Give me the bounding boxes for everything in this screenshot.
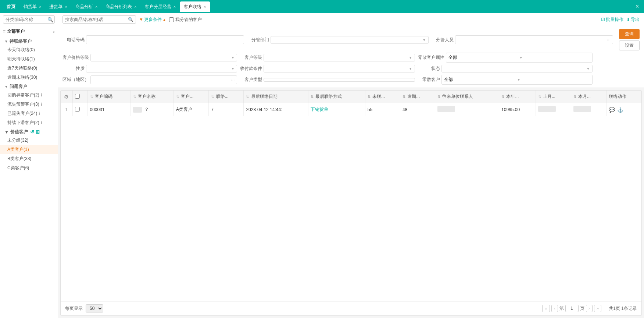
nav-customer-contact-close[interactable]: × — [204, 4, 206, 9]
close-all-tabs[interactable]: × — [633, 3, 641, 11]
dept-select[interactable]: ▼ — [271, 36, 429, 44]
retail-customer-label: 零散客户 — [418, 77, 440, 83]
chat-action-icon[interactable]: 💬 — [609, 107, 615, 113]
col-checkbox-header[interactable] — [72, 91, 87, 103]
nav-customer-layer[interactable]: 客户分层经营 × — [141, 1, 179, 12]
select-all-checkbox[interactable] — [75, 94, 80, 99]
nav-product-analysis-close[interactable]: × — [95, 4, 97, 9]
nav-customer-layer-close[interactable]: × — [173, 4, 176, 9]
sidebar-item-churned[interactable]: 已流失客户(24) ℹ — [0, 109, 58, 118]
dept-label: 分管部门 — [247, 37, 269, 43]
customer-grade-select[interactable]: ▼ — [264, 54, 415, 61]
col-overdue-header[interactable]: ⇅ 逾期... — [400, 91, 435, 103]
more-filters-btn[interactable]: ▼ 更多条件 ▲ — [139, 17, 166, 23]
content-area: 🔍 ▼ 更多条件 ▲ 我分管的客户 ☑ 批量操作 ⬇ 导出 — [58, 13, 644, 318]
customer-type-select[interactable] — [264, 78, 415, 82]
checkbox-icon: ☑ — [601, 17, 605, 22]
filter-search-icon[interactable]: 🔍 — [128, 17, 133, 22]
last-contact-method-link[interactable]: 下销货单 — [311, 107, 328, 112]
nav-purchase[interactable]: 进货单 × — [46, 1, 71, 12]
sidebar-item-week[interactable]: 近7天待联络(0) — [0, 64, 58, 73]
my-customers-checkbox[interactable]: 我分管的客户 — [169, 17, 202, 23]
settings-btn[interactable]: 设置 — [619, 40, 640, 50]
col-settings-btn[interactable]: ⚙ — [61, 91, 72, 103]
sidebar-search-icon[interactable]: 🔍 — [47, 17, 53, 22]
col-last-contact-date-header[interactable]: ⇅ 最后联络日期 — [244, 91, 308, 103]
sidebar-item-churn-warning[interactable]: 流失预警客户(3) ℹ — [0, 100, 58, 109]
per-page-select[interactable]: 50 — [86, 304, 103, 312]
sort-icon-11: ⇅ — [538, 95, 541, 99]
prev-page-btn[interactable]: ‹ — [551, 305, 558, 312]
page-info: 第 页 — [559, 305, 584, 312]
col-last-month-header[interactable]: ⇅ 上月... — [536, 91, 571, 103]
info-icon-4: ℹ — [41, 120, 42, 125]
manager-more[interactable]: ··· — [607, 37, 611, 42]
col-last-contact-method-header[interactable]: ⇅ 最后联络方式 — [308, 91, 365, 103]
collapse-icon[interactable]: ‹ — [53, 29, 55, 35]
nav-product-analysis-list-close[interactable]: × — [134, 4, 136, 9]
nav-purchase-close[interactable]: × — [65, 4, 67, 9]
payment-select[interactable]: ▼ — [264, 65, 415, 73]
all-customers-header[interactable]: ⠿ 全部客户 ‹ — [0, 26, 58, 37]
price-grade-select[interactable]: ▼ — [90, 54, 237, 61]
manager-select[interactable]: ··· — [455, 35, 613, 44]
region-select[interactable]: ··· — [90, 75, 237, 84]
next-page-btn[interactable]: › — [586, 305, 593, 312]
row-name-cell: ？ — [130, 103, 173, 116]
row-this-year-cell: 10995.00 — [499, 103, 536, 116]
nav-product-analysis-list[interactable]: 商品分析列表 × — [102, 1, 140, 12]
my-customers-check[interactable] — [169, 17, 174, 22]
filter-row-3: 性质 ▼ 收付款条件 ▼ 状态 ▼ — [62, 65, 640, 73]
nav-product-analysis[interactable]: 商品分析 × — [72, 1, 101, 12]
name-hidden-placeholder — [133, 107, 142, 113]
col-uncontacted-header[interactable]: ⇅ 未联... — [365, 91, 400, 103]
export-btn[interactable]: ⬇ 导出 — [626, 17, 640, 23]
nav-sales[interactable]: 销货单 × — [20, 1, 45, 12]
col-contact-count-header[interactable]: ⇅ 联络... — [209, 91, 244, 103]
sidebar-item-repurchase-abnormal[interactable]: 回购异常客户(2) ℹ — [0, 91, 58, 100]
col-contact-person-header[interactable]: ⇅ 往来单位联系人 — [435, 91, 499, 103]
first-page-btn[interactable]: « — [542, 305, 550, 312]
table-wrapper[interactable]: ⚙ ⇅ 客户编码 ⇅ 客户名称 — [61, 91, 641, 301]
page-number-input[interactable] — [565, 305, 579, 312]
col-name-header[interactable]: ⇅ 客户名称 — [130, 91, 173, 103]
sidebar-item-type-b[interactable]: B类客户(33) — [0, 154, 58, 163]
field-region: 区域（地区） ··· — [62, 75, 237, 84]
col-type-header[interactable]: ⇅ 客户... — [174, 91, 209, 103]
sidebar-search-input[interactable] — [3, 15, 55, 24]
phone-input[interactable] — [86, 35, 244, 44]
refresh-icon[interactable]: ↺ — [30, 129, 34, 135]
retail-attr-select[interactable]: 全部 ▼ — [446, 53, 593, 63]
status-select[interactable]: ▼ — [441, 65, 593, 73]
nav-home[interactable]: 首页 — [3, 1, 19, 12]
row-checkbox[interactable] — [75, 107, 80, 112]
filter-search-input[interactable] — [65, 17, 128, 22]
region-dots[interactable]: ··· — [231, 77, 235, 82]
sidebar-item-declining[interactable]: 持续下滑客户(2) ℹ — [0, 118, 58, 127]
col-code-header[interactable]: ⇅ 客户编码 — [87, 91, 130, 103]
info-icon-3: ℹ — [39, 111, 40, 116]
nature-select[interactable]: ▼ — [86, 65, 237, 73]
row-checkbox-cell[interactable] — [72, 103, 87, 116]
query-btn[interactable]: 查询 — [619, 29, 640, 39]
row-contact-person-cell — [435, 103, 499, 116]
add-group-icon[interactable]: ⊞ — [36, 129, 40, 135]
nav-customer-contact[interactable]: 客户联络 × — [180, 1, 210, 12]
sidebar-item-tomorrow[interactable]: 明天待联络(1) — [0, 54, 58, 64]
retail-attr-label: 零散客户属性 — [418, 54, 444, 61]
link-action-icon[interactable]: ⚓ — [617, 107, 623, 113]
retail-customer-select[interactable]: 全部 ▼ — [441, 75, 593, 85]
bulk-ops-btn[interactable]: ☑ 批量操作 — [601, 17, 623, 23]
sidebar-item-type-c[interactable]: C类客户(6) — [0, 163, 58, 173]
last-page-btn[interactable]: » — [594, 305, 602, 312]
sort-icon-4: ⇅ — [211, 95, 214, 99]
col-this-year-header[interactable]: ⇅ 本年... — [499, 91, 536, 103]
sort-icon-7: ⇅ — [368, 95, 371, 99]
sort-icon-12: ⇅ — [573, 95, 576, 99]
sidebar-item-ungrouped[interactable]: 未分组(32) — [0, 136, 58, 145]
sidebar-item-type-a[interactable]: A类客户(1) — [0, 145, 58, 154]
col-this-month-header[interactable]: ⇅ 本月... — [571, 91, 606, 103]
sidebar-item-overdue[interactable]: 逾期未联络(30) — [0, 73, 58, 82]
nav-sales-close[interactable]: × — [39, 4, 41, 9]
sidebar-item-today[interactable]: 今天待联络(0) — [0, 45, 58, 54]
